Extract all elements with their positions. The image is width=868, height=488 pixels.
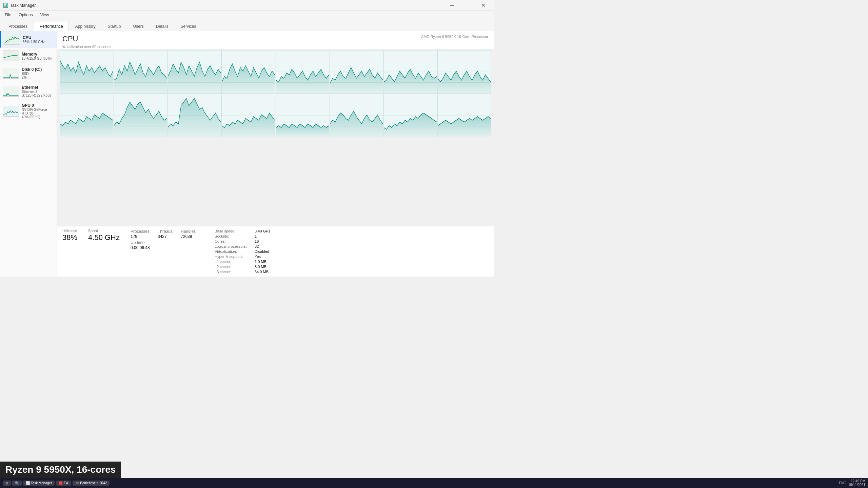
core-graph-3 bbox=[222, 50, 275, 93]
spec-cores-value: 16 bbox=[255, 239, 259, 243]
uptime-block: Up time 0:00:06:48 bbox=[131, 240, 196, 250]
handles-block: Handles 72639 bbox=[181, 229, 196, 239]
core-graph-9 bbox=[114, 94, 167, 137]
core-graph-2 bbox=[168, 50, 221, 93]
processes-label: Processes bbox=[131, 229, 150, 234]
svg-marker-39 bbox=[114, 102, 167, 137]
spec-virtualization-label: Virtualization: bbox=[215, 249, 252, 253]
sidebar-item-ethernet[interactable]: Ethernet Ethernet 2 S: 128 R: 272 Kbps bbox=[0, 82, 57, 100]
sidebar-item-cpu[interactable]: CPU 38% 4.50 GHz bbox=[0, 31, 57, 48]
cpu-title: CPU bbox=[62, 35, 78, 43]
maximize-button[interactable]: □ bbox=[460, 0, 475, 11]
menu-file[interactable]: File bbox=[1, 12, 15, 18]
sidebar-item-gpu[interactable]: GPU 0 NVIDIA GeForce RTX 30 49% (65 °C) bbox=[0, 100, 57, 122]
svg-marker-63 bbox=[438, 117, 491, 137]
spec-virtualization: Virtualization: Disabled bbox=[215, 249, 270, 253]
speed-label: Speed bbox=[88, 229, 120, 233]
core-cell-6 bbox=[383, 50, 437, 94]
speed-value: 4.50 GHz bbox=[88, 233, 120, 242]
core-cell-12 bbox=[276, 94, 329, 137]
core-graph-0 bbox=[60, 50, 113, 93]
svg-marker-19 bbox=[276, 69, 329, 93]
core-cell-1 bbox=[114, 50, 167, 94]
title-bar-controls: ─ □ ✕ bbox=[444, 0, 491, 11]
spec-l1: L1 cache: 1.0 MB bbox=[215, 260, 270, 264]
cpu-sidebar-subtitle: 38% 4.50 GHz bbox=[23, 40, 54, 44]
close-button[interactable]: ✕ bbox=[475, 0, 491, 11]
ethernet-sidebar-subtitle: Ethernet 2 bbox=[22, 90, 54, 94]
menu-view[interactable]: View bbox=[37, 12, 53, 18]
spec-base-speed-label: Base speed: bbox=[215, 229, 252, 233]
spec-l2-value: 8.0 MB bbox=[255, 265, 267, 269]
title-bar-left: 📊 Task Manager bbox=[3, 3, 36, 8]
core-cell-15 bbox=[437, 94, 491, 137]
utilization-block: Utilization 38% bbox=[62, 229, 77, 274]
core-graph-7 bbox=[438, 50, 491, 93]
spec-l1-value: 1.0 MB bbox=[255, 260, 267, 264]
cpu-processor-name: AMD Ryzen 9 5950X 16-Core Processor bbox=[421, 35, 488, 39]
spec-base-speed: Base speed: 3.40 GHz bbox=[215, 229, 270, 233]
minimize-button[interactable]: ─ bbox=[444, 0, 460, 11]
core-graph-4 bbox=[276, 50, 329, 93]
utilization-value: 38% bbox=[62, 233, 77, 242]
ethernet-sidebar-subtitle3: S: 128 R: 272 Kbps bbox=[22, 94, 54, 97]
spec-base-speed-value: 3.40 GHz bbox=[255, 229, 270, 233]
cpu-thumbnail bbox=[4, 34, 20, 45]
core-cell-0 bbox=[60, 50, 113, 94]
spec-sockets: Sockets: 1 bbox=[215, 234, 270, 238]
ethernet-sidebar-info: Ethernet Ethernet 2 S: 128 R: 272 Kbps bbox=[22, 85, 54, 97]
disk-sidebar-info: Disk 0 (C:) SSD 2% bbox=[22, 67, 54, 79]
tab-details[interactable]: Details bbox=[150, 22, 174, 31]
core-cell-5 bbox=[330, 50, 383, 94]
sidebar-item-memory[interactable]: Memory 10.4/15.9 GB (65%) bbox=[0, 48, 57, 64]
gpu-sidebar-title: GPU 0 bbox=[22, 103, 54, 108]
processes-value: 179 bbox=[131, 235, 150, 239]
stats-area: Utilization 38% Speed 4.50 GHz Processes… bbox=[57, 226, 494, 277]
spec-virtualization-value: Disabled bbox=[255, 249, 269, 253]
core-cell-2 bbox=[167, 50, 221, 94]
core-cell-4 bbox=[276, 50, 329, 94]
spec-l3: L3 cache: 64.0 MB bbox=[215, 270, 270, 274]
cpu-sidebar-info: CPU 38% 4.50 GHz bbox=[23, 35, 54, 44]
disk-sidebar-subtitle2: 2% bbox=[22, 76, 54, 79]
disk-sidebar-title: Disk 0 (C:) bbox=[22, 67, 54, 72]
tab-performance[interactable]: Performance bbox=[34, 22, 69, 31]
svg-marker-43 bbox=[168, 99, 221, 137]
core-graph-1 bbox=[114, 50, 167, 93]
core-cell-8 bbox=[60, 94, 113, 137]
tab-processes[interactable]: Processes bbox=[3, 22, 33, 31]
tab-users[interactable]: Users bbox=[127, 22, 149, 31]
tab-app-history[interactable]: App history bbox=[70, 22, 101, 31]
cpu-detail-area: CPU AMD Ryzen 9 5950X 16-Core Processor … bbox=[57, 31, 494, 277]
gpu-sidebar-subtitle: NVIDIA GeForce RTX 30 bbox=[22, 108, 54, 115]
main-content: CPU 38% 4.50 GHz Memory 10.4/15.9 GB (65… bbox=[0, 31, 494, 277]
menu-bar: File Options View bbox=[0, 11, 494, 19]
tab-bar: Processes Performance App history Startu… bbox=[0, 19, 494, 31]
tab-startup[interactable]: Startup bbox=[102, 22, 127, 31]
threads-value: 3427 bbox=[158, 235, 173, 239]
core-cell-7 bbox=[437, 50, 491, 94]
spec-hyperv-value: Yes bbox=[255, 255, 261, 259]
memory-sidebar-title: Memory bbox=[22, 52, 54, 57]
core-cell-13 bbox=[330, 94, 383, 137]
core-graph-11 bbox=[222, 94, 275, 137]
memory-sidebar-info: Memory 10.4/15.9 GB (65%) bbox=[22, 52, 54, 60]
core-graph-8 bbox=[60, 94, 113, 137]
uptime-value: 0:00:06:48 bbox=[131, 246, 196, 250]
svg-marker-23 bbox=[330, 67, 383, 93]
processes-block: Processes 179 bbox=[131, 229, 150, 239]
threads-block: Threads 3427 bbox=[158, 229, 173, 239]
svg-marker-55 bbox=[330, 111, 383, 137]
tab-services[interactable]: Services bbox=[175, 22, 202, 31]
sidebar-item-disk[interactable]: Disk 0 (C:) SSD 2% bbox=[0, 64, 57, 82]
handles-label: Handles bbox=[181, 229, 196, 234]
core-cell-11 bbox=[221, 94, 275, 137]
ethernet-sidebar-title: Ethernet bbox=[22, 85, 54, 90]
core-graph-13 bbox=[330, 94, 383, 137]
spec-hyperv-label: Hyper-V support: bbox=[215, 255, 252, 259]
spec-l2-label: L2 cache: bbox=[215, 265, 252, 269]
disk-sidebar-subtitle: SSD bbox=[22, 72, 54, 76]
menu-options[interactable]: Options bbox=[15, 12, 36, 18]
spec-hyperv: Hyper-V support: Yes bbox=[215, 255, 270, 259]
spec-logical-label: Logical processors: bbox=[215, 244, 252, 248]
